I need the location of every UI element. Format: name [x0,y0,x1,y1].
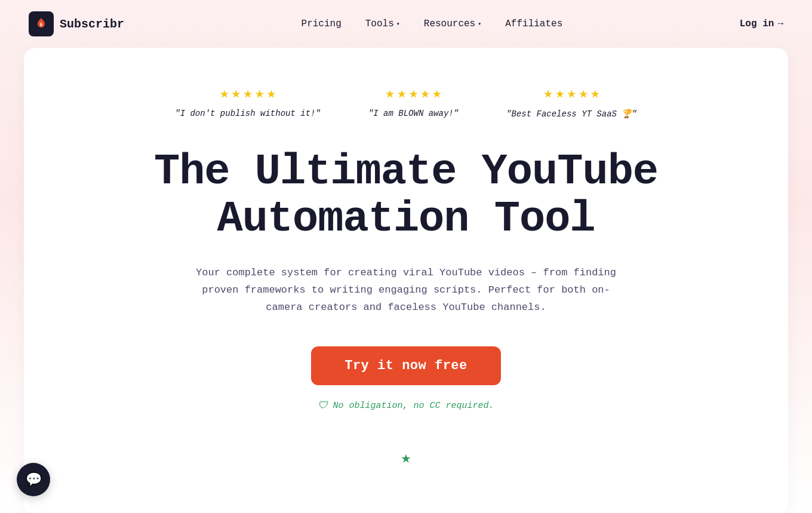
reviews-row: ★ ★ ★ ★ ★ "I don't publish without it!" … [175,84,637,119]
no-obligation-row: 🛡 No obligation, no CC required. [318,400,494,411]
nav-item-pricing[interactable]: Pricing [302,19,342,29]
nav-links: Pricing Tools ▾ Resources ▾ Affiliates [302,19,563,29]
nav-item-affiliates[interactable]: Affiliates [505,19,562,29]
trustpilot-star-icon: ★ [401,447,411,468]
chat-icon: 💬 [26,472,42,488]
hero-subtext: Your complete system for creating viral … [185,265,627,317]
trustpilot-hint: ★ [401,447,411,468]
review-quote-3: "Best Faceless YT SaaS 🏆" [506,109,637,119]
resources-chevron-icon: ▾ [478,20,481,27]
hero-card: ★ ★ ★ ★ ★ "I don't publish without it!" … [24,48,788,513]
review-2: ★ ★ ★ ★ ★ "I am BLOWN away!" [368,84,459,119]
review-1: ★ ★ ★ ★ ★ "I don't publish without it!" [175,84,321,119]
chat-bubble-button[interactable]: 💬 [17,463,50,496]
logo-icon [29,11,54,36]
review-3: ★ ★ ★ ★ ★ "Best Faceless YT SaaS 🏆" [506,84,637,119]
review-quote-1: "I don't publish without it!" [175,109,321,118]
stars-3: ★ ★ ★ ★ ★ [543,84,599,103]
login-link[interactable]: Log in → [740,19,783,29]
nav-item-resources[interactable]: Resources ▾ [424,19,481,29]
stars-1: ★ ★ ★ ★ ★ [220,84,276,103]
stars-2: ★ ★ ★ ★ ★ [385,84,441,103]
logo-text: Subscribr [60,17,124,31]
nav-item-tools[interactable]: Tools ▾ [365,19,400,29]
no-obligation-text: No obligation, no CC required. [333,401,494,411]
navigation: Subscribr Pricing Tools ▾ Resources ▾ Af… [0,0,812,48]
logo-link[interactable]: Subscribr [29,11,124,36]
tools-chevron-icon: ▾ [396,20,400,27]
cta-button[interactable]: Try it now free [311,346,501,385]
shield-icon: 🛡 [318,400,328,411]
review-quote-2: "I am BLOWN away!" [368,109,459,118]
hero-headline: The Ultimate YouTube Automation Tool [154,149,658,243]
